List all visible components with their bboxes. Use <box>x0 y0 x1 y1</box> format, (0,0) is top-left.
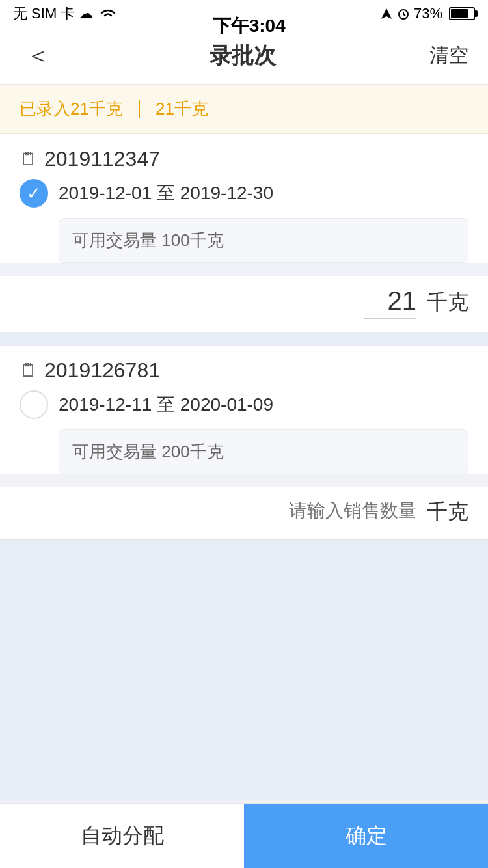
page-title: 录批次 <box>210 41 276 71</box>
empty-area <box>0 540 488 800</box>
location-icon <box>380 7 393 20</box>
batch-2-available: 可用交易量 200千克 <box>59 429 468 474</box>
batch-1-date: 2019-12-01 至 2019-12-30 <box>59 181 273 206</box>
battery-icon <box>449 7 475 20</box>
batch-1-check-icon: ✓ <box>27 183 41 204</box>
batch-2-date: 2019-12-11 至 2020-01-09 <box>59 392 273 417</box>
wifi-icon <box>98 7 118 21</box>
batch-2-input-underline <box>234 500 416 524</box>
batch-1-id: 2019112347 <box>44 147 160 171</box>
info-divider <box>139 100 140 118</box>
status-right: 73% <box>380 5 475 22</box>
batch-2-icon: 🗒 <box>20 360 38 381</box>
batch-1-qty-input[interactable] <box>364 286 416 316</box>
batch-2-qty-input[interactable] <box>234 500 416 521</box>
status-bar: 无 SIM 卡 ☁ 下午3:04 73% <box>0 0 488 27</box>
no-sim-label: 无 SIM 卡 ☁ <box>13 4 93 23</box>
batch-2-input-row: 千克 <box>0 487 488 540</box>
status-left: 无 SIM 卡 ☁ <box>13 4 118 23</box>
back-button[interactable]: ＜ <box>20 33 56 78</box>
status-time: 下午3:04 <box>213 14 286 38</box>
batch-2-date-row: 2019-12-11 至 2020-01-09 <box>20 390 468 419</box>
batch-1-date-row: ✓ 2019-12-01 至 2019-12-30 <box>20 179 468 208</box>
batch-1-qty-row: 千克 <box>0 276 488 332</box>
batch-1-available: 可用交易量 100千克 <box>59 218 468 263</box>
clear-button[interactable]: 清空 <box>429 42 468 69</box>
batch-1-qty-underline <box>364 286 416 319</box>
batch-1-qty-unit: 千克 <box>427 288 468 317</box>
main-content: 已录入21千克 21千克 🗒 2019112347 ✓ 2019-12-01 至… <box>0 85 488 865</box>
confirm-button[interactable]: 确定 <box>244 804 488 868</box>
batch-1-radio[interactable]: ✓ <box>20 179 48 208</box>
recorded-label: 已录入21千克 <box>20 98 123 120</box>
info-banner: 已录入21千克 21千克 <box>0 85 488 134</box>
alarm-icon <box>397 7 410 20</box>
batch-1-icon: 🗒 <box>20 148 38 170</box>
recorded-value: 21千克 <box>156 98 208 120</box>
batch-2-id: 2019126781 <box>44 359 160 383</box>
batch-2-radio[interactable] <box>20 390 48 419</box>
battery-percent: 73% <box>414 5 442 22</box>
bottom-bar: 自动分配 确定 <box>0 803 488 868</box>
svg-marker-0 <box>381 8 392 19</box>
svg-line-3 <box>403 14 405 16</box>
batch-2-qty-unit: 千克 <box>427 498 468 526</box>
batch-item-1: 🗒 2019112347 ✓ 2019-12-01 至 2019-12-30 可… <box>0 134 488 263</box>
batch-item-2: 🗒 2019126781 2019-12-11 至 2020-01-09 可用交… <box>0 346 488 474</box>
section-separator <box>0 332 488 346</box>
auto-distribute-button[interactable]: 自动分配 <box>0 804 244 868</box>
batch-1-header: 🗒 2019112347 <box>20 147 468 171</box>
batch-2-header: 🗒 2019126781 <box>20 359 468 383</box>
